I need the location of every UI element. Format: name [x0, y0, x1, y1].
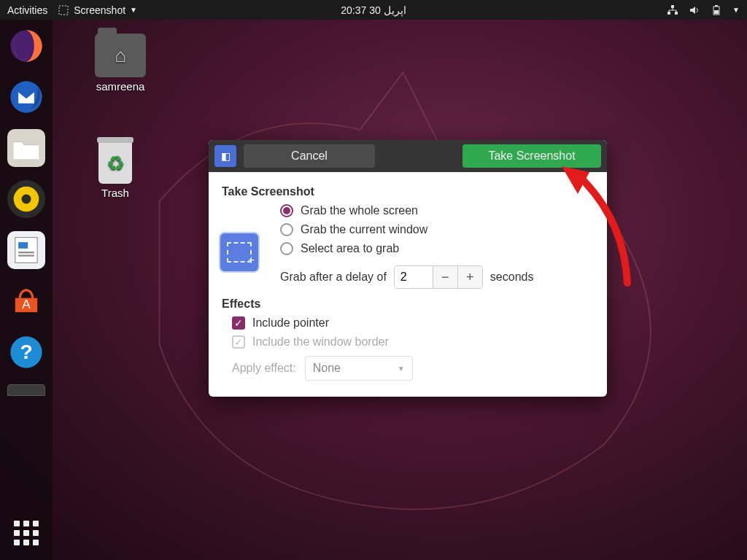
- radio-select-area[interactable]: Select area to grab: [280, 242, 594, 255]
- top-bar: Activities Screenshot ▼ 20:37 اپریل 30 ▼: [0, 0, 747, 20]
- activities-button[interactable]: Activities: [7, 4, 47, 16]
- delay-row: Grab after a delay of − + seconds: [280, 265, 594, 289]
- svg-rect-7: [715, 5, 718, 7]
- delay-increment[interactable]: +: [457, 266, 482, 288]
- combo-value: None: [313, 362, 341, 375]
- delay-suffix: seconds: [490, 271, 534, 284]
- cancel-button[interactable]: Cancel: [244, 144, 375, 168]
- chevron-down-icon: ▼: [398, 365, 405, 373]
- radio-whole-screen[interactable]: Grab the whole screen: [280, 204, 594, 217]
- checkbox-include-border: ✓ Include the window border: [232, 335, 594, 349]
- dock: A ?: [0, 20, 53, 560]
- screenshot-dialog: ◧ Cancel Take Screenshot Take Screenshot…: [209, 140, 607, 397]
- screenshot-icon: [58, 4, 69, 16]
- checkbox-include-pointer[interactable]: ✓ Include pointer: [232, 316, 594, 330]
- svg-rect-15: [18, 252, 34, 253]
- firefox-icon[interactable]: [7, 27, 45, 65]
- radio-icon: [280, 204, 293, 217]
- svg-text:?: ?: [20, 341, 32, 363]
- radio-label: Select area to grab: [301, 242, 399, 255]
- svg-point-12: [22, 195, 31, 204]
- dialog-header: ◧ Cancel Take Screenshot: [209, 140, 607, 172]
- checkbox-label: Include pointer: [252, 316, 329, 330]
- chevron-down-icon: ▼: [732, 6, 740, 14]
- system-tray[interactable]: ▼: [667, 4, 740, 16]
- chevron-down-icon: ▼: [130, 6, 137, 14]
- checkbox-icon: ✓: [232, 335, 245, 349]
- radio-label: Grab the current window: [301, 223, 427, 236]
- app-menu[interactable]: Screenshot ▼: [58, 4, 137, 16]
- section-take-screenshot: Take Screenshot: [222, 185, 594, 198]
- checkbox-label: Include the window border: [252, 335, 389, 349]
- take-screenshot-button[interactable]: Take Screenshot: [462, 144, 601, 168]
- apply-effect-label: Apply effect:: [232, 362, 296, 375]
- radio-icon: [280, 223, 293, 236]
- delay-prefix: Grab after a delay of: [280, 271, 387, 284]
- screenshot-app-icon: ◧: [214, 145, 236, 167]
- rhythmbox-icon[interactable]: [7, 180, 45, 218]
- app-menu-label: Screenshot: [74, 4, 125, 16]
- svg-text:A: A: [22, 297, 31, 311]
- help-icon[interactable]: ?: [7, 333, 45, 371]
- show-apps-button[interactable]: [11, 518, 42, 548]
- clock[interactable]: 20:37 اپریل 30: [341, 4, 406, 16]
- svg-rect-14: [18, 242, 28, 249]
- apply-effect-combo: None ▼: [305, 356, 413, 381]
- svg-rect-3: [671, 5, 674, 8]
- delay-decrement[interactable]: −: [433, 266, 457, 288]
- svg-rect-4: [667, 12, 670, 15]
- delay-spinbox[interactable]: − +: [394, 265, 483, 289]
- radio-label: Grab the whole screen: [301, 204, 418, 217]
- battery-icon: [711, 4, 722, 16]
- svg-rect-2: [59, 6, 68, 15]
- thunderbird-icon[interactable]: [7, 78, 45, 116]
- radio-icon: [280, 242, 293, 255]
- svg-rect-5: [675, 12, 678, 15]
- ubuntu-software-icon[interactable]: A: [7, 282, 45, 320]
- svg-rect-13: [15, 238, 37, 263]
- libreoffice-writer-icon[interactable]: [7, 231, 45, 269]
- files-icon[interactable]: [7, 129, 45, 167]
- window-preview[interactable]: [7, 384, 45, 396]
- radio-current-window[interactable]: Grab the current window: [280, 223, 594, 236]
- section-effects: Effects: [222, 298, 594, 311]
- svg-rect-8: [714, 10, 719, 14]
- checkbox-icon: ✓: [232, 316, 245, 330]
- apply-effect-row: Apply effect: None ▼: [232, 356, 594, 381]
- delay-input[interactable]: [395, 266, 433, 288]
- network-icon: [667, 4, 678, 16]
- volume-icon: [689, 4, 700, 16]
- selection-preview-icon: [219, 232, 260, 273]
- svg-rect-16: [18, 255, 34, 257]
